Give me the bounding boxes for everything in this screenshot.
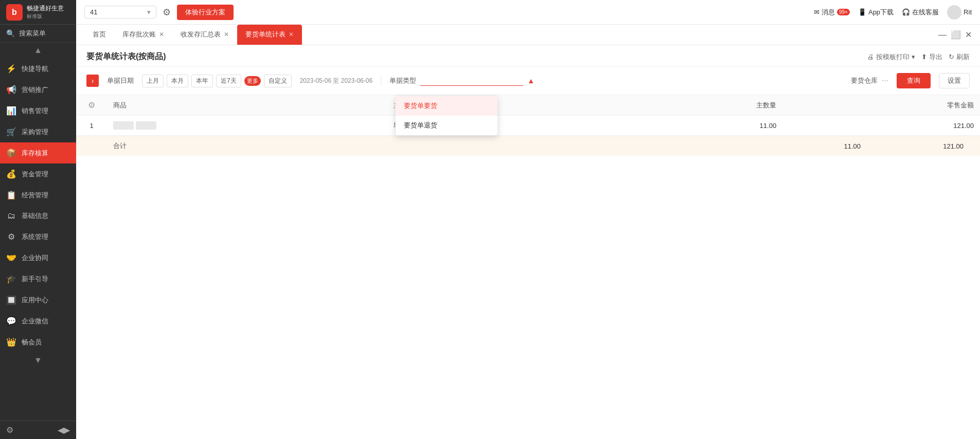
tab-maximize-button[interactable]: ⬜: [951, 30, 961, 40]
col-quantity: 主数量: [619, 95, 782, 116]
filter-expand-button[interactable]: ›: [86, 75, 99, 87]
store-selector[interactable]: 41 ▾: [84, 6, 156, 19]
sidebar-search[interactable]: 🔍 搜索菜单: [0, 25, 76, 43]
table-wrapper: ⚙ 商品 主计量单位 主数量 零售金额 1: [76, 95, 980, 136]
type-dropdown: 要货单要货 要货单退货: [395, 96, 498, 136]
page-title: 要货单统计表(按商品): [86, 51, 166, 62]
app-download-item[interactable]: 📱 App下载: [858, 8, 894, 17]
sidebar-item-label: 基础信息: [22, 211, 48, 221]
dropdown-item-tuihuo[interactable]: 要货单退货: [396, 116, 497, 135]
lightning-icon: ⚡: [6, 64, 16, 74]
sales-icon: 📊: [6, 106, 16, 116]
date-this-year-button[interactable]: 本年: [191, 75, 213, 87]
type-filter-input[interactable]: [420, 76, 523, 86]
sidebar-item-label: 快捷导航: [22, 64, 48, 74]
sidebar: b 畅捷通好生意 标准版 🔍 搜索菜单 ▲ ⚡ 快捷导航 📢 营销推广 📊 销售…: [0, 0, 76, 439]
marketing-icon: 📢: [6, 85, 16, 95]
dropdown-item-yaohuo[interactable]: 要货单要货: [396, 96, 497, 116]
avatar: [947, 5, 961, 20]
query-button[interactable]: 查询: [897, 73, 931, 88]
sidebar-search-label: 搜索菜单: [19, 29, 46, 38]
sidebar-bottom: ⚙ ◀▶: [0, 420, 76, 439]
date-more-badge[interactable]: 更多: [244, 76, 261, 86]
tab-close-kucun[interactable]: ✕: [159, 31, 164, 38]
sidebar-item-caigou[interactable]: 🛒 采购管理: [0, 121, 76, 142]
topbar-right: ✉ 消息 99+ 📱 App下载 🎧 在线客服 Rit: [814, 5, 972, 20]
topbar-settings-icon[interactable]: ⚙: [163, 7, 171, 18]
tab-home[interactable]: 首页: [84, 25, 114, 45]
sidebar-item-xiaoshou[interactable]: 📊 销售管理: [0, 100, 76, 121]
tab-close-button[interactable]: ✕: [965, 30, 972, 40]
sidebar-item-yingyong[interactable]: 🔲 应用中心: [0, 289, 76, 310]
refresh-button[interactable]: ↻ 刷新: [949, 52, 970, 62]
sidebar-item-zijin[interactable]: 💰 资金管理: [0, 163, 76, 185]
message-item[interactable]: ✉ 消息 99+: [814, 8, 850, 17]
export-icon: ⬆: [921, 53, 927, 61]
product-tag-2: [136, 121, 156, 130]
warehouse-filter-more-icon[interactable]: ···: [882, 76, 888, 85]
tab-yaohuo[interactable]: 要货单统计表 ✕: [237, 25, 302, 45]
col-amount: 零售金额: [782, 95, 980, 116]
management-icon: 📋: [6, 190, 16, 200]
print-template-button[interactable]: 🖨 按模板打印 ▾: [867, 52, 915, 62]
page-header: 要货单统计表(按商品) 🖨 按模板打印 ▾ ⬆ 导出 ↻ 刷新: [76, 45, 980, 67]
data-table: ⚙ 商品 主计量单位 主数量 零售金额 1: [76, 95, 980, 136]
page-actions: 🖨 按模板打印 ▾ ⬆ 导出 ↻ 刷新: [867, 52, 970, 62]
row-product: [107, 116, 387, 136]
date-this-month-button[interactable]: 本月: [167, 75, 188, 87]
sidebar-logo: b: [6, 4, 23, 21]
sidebar-item-jingying[interactable]: 📋 经营管理: [0, 185, 76, 206]
sidebar-item-yingxiao[interactable]: 📢 营销推广: [0, 79, 76, 100]
sidebar-item-kucun[interactable]: 📦 库存核算: [0, 142, 76, 163]
sidebar-item-label: 营销推广: [22, 85, 48, 95]
sidebar-item-label: 采购管理: [22, 127, 48, 137]
type-filter-chevron-up-icon[interactable]: ▲: [527, 77, 534, 85]
col-settings: ⚙: [76, 95, 107, 116]
sidebar-item-label: 销售管理: [22, 106, 48, 116]
settings-icon[interactable]: ⚙: [6, 425, 13, 435]
footer-amount: 121.00: [902, 142, 964, 150]
tab-minimize-button[interactable]: —: [938, 30, 947, 40]
search-icon: 🔍: [6, 29, 15, 38]
tab-close-yaohuo[interactable]: ✕: [289, 31, 294, 38]
table-footer: 合计 11.00 121.00: [76, 136, 980, 156]
date-7days-button[interactable]: 近7天: [216, 75, 241, 87]
filter-bar: › 单据日期 上月 本月 本年 近7天 更多 自定义 2023-05-06 至 …: [76, 67, 980, 95]
sidebar-scroll-up[interactable]: ▲: [0, 43, 76, 58]
service-item[interactable]: 🎧 在线客服: [902, 8, 939, 17]
member-icon: 👑: [6, 337, 16, 347]
user-item[interactable]: Rit: [947, 5, 972, 20]
basic-icon: 🗂: [6, 211, 16, 221]
trial-button[interactable]: 体验行业方案: [177, 5, 234, 20]
sidebar-item-xinshou[interactable]: 🎓 新手引导: [0, 268, 76, 289]
message-badge: 99+: [837, 9, 850, 15]
row-quantity: 11.00: [619, 116, 782, 136]
sidebar-item-label: 系统管理: [22, 232, 48, 242]
sidebar-item-xitong[interactable]: ⚙ 系统管理: [0, 226, 76, 247]
sidebar-scroll-down[interactable]: ▼: [0, 353, 76, 368]
sidebar-item-qiye[interactable]: 🤝 企业协同: [0, 247, 76, 268]
row-amount: 121.00: [782, 116, 980, 136]
filter-settings-button[interactable]: 设置: [939, 73, 970, 88]
date-last-month-button[interactable]: 上月: [142, 75, 164, 87]
tab-kucun[interactable]: 库存批次账 ✕: [114, 25, 172, 45]
page: 要货单统计表(按商品) 🖨 按模板打印 ▾ ⬆ 导出 ↻ 刷新: [76, 45, 980, 439]
table-header-row: ⚙ 商品 主计量单位 主数量 零售金额: [76, 95, 980, 116]
sidebar-item-label: 资金管理: [22, 170, 48, 179]
tabbar-actions: — ⬜ ✕: [938, 30, 972, 40]
type-filter-label: 单据类型: [389, 76, 416, 85]
column-settings-icon[interactable]: ⚙: [88, 101, 95, 109]
sidebar-item-kuaijie[interactable]: ⚡ 快捷导航: [0, 58, 76, 79]
export-button[interactable]: ⬆ 导出: [921, 52, 942, 62]
sidebar-item-jichu[interactable]: 🗂 基础信息: [0, 206, 76, 226]
sidebar-item-label: 畅会员: [22, 338, 42, 347]
date-custom-button[interactable]: 自定义: [264, 75, 292, 87]
tab-close-shoufasong[interactable]: ✕: [224, 31, 229, 38]
message-icon: ✉: [814, 8, 819, 16]
collapse-icon[interactable]: ◀▶: [58, 425, 70, 435]
wechat-icon: 💬: [6, 316, 16, 326]
sidebar-item-label: 企业微信: [22, 317, 48, 326]
tab-shoufasong[interactable]: 收发存汇总表 ✕: [172, 25, 237, 45]
sidebar-item-huiyuan[interactable]: 👑 畅会员: [0, 332, 76, 353]
sidebar-item-weixin[interactable]: 💬 企业微信: [0, 310, 76, 332]
